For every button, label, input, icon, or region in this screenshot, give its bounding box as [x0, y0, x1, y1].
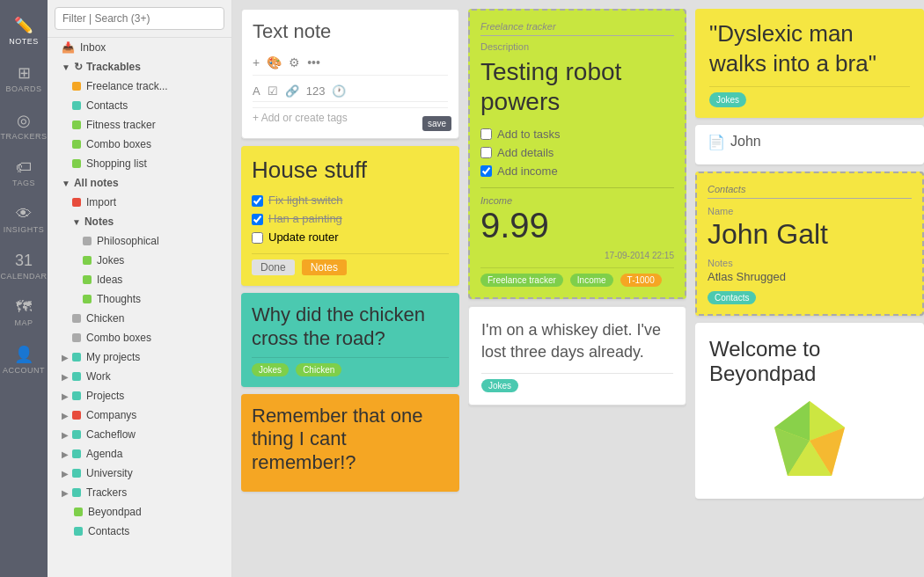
text-note-toolbar: + 🎨 ⚙ •••	[253, 50, 448, 76]
nav-calendar[interactable]: 31 CALENDAR	[0, 243, 48, 289]
house-note-footer: Done Notes	[252, 253, 449, 275]
column-2: Freelance tracker Description Testing ro…	[468, 9, 686, 568]
more-icon[interactable]: •••	[307, 55, 320, 69]
trackers-icon: ◎	[17, 111, 31, 130]
sidebar-item-companys[interactable]: ▶ Companys	[48, 405, 231, 425]
sidebar-item-ideas[interactable]: Ideas	[48, 270, 231, 289]
sidebar-item-trackers[interactable]: ▶ Trackers	[48, 483, 231, 502]
sidebar-item-combo-boxes-2[interactable]: Combo boxes	[48, 328, 231, 347]
sidebar-group-trackables[interactable]: ▼ ↻ Trackables	[48, 57, 231, 77]
welcome-card: Welcome to Beyondpad	[695, 323, 924, 499]
chicken-footer: Jokes Chicken	[252, 357, 449, 376]
task-update-router: Update router	[252, 228, 449, 246]
tag-input[interactable]: + Add or create tags	[253, 107, 448, 128]
search-input[interactable]	[55, 7, 224, 30]
color-bullet	[72, 159, 81, 168]
tag-t1000[interactable]: T-1000	[620, 274, 662, 287]
tag-income[interactable]: Income	[570, 274, 613, 287]
tag-contacts[interactable]: Contacts	[708, 291, 756, 304]
palette-icon[interactable]: 🎨	[267, 55, 282, 69]
save-button[interactable]: save	[422, 116, 451, 131]
gear-icon[interactable]: ⚙	[289, 55, 300, 69]
tag-chicken[interactable]: Chicken	[296, 363, 341, 376]
color-bullet	[72, 430, 81, 439]
task-add-tasks: Add to tasks	[480, 125, 674, 143]
sidebar-item-freelance-tracker[interactable]: Freelance track...	[48, 77, 231, 96]
sidebar-item-contacts[interactable]: Contacts	[48, 96, 231, 115]
calendar-icon: 31	[15, 252, 33, 270]
freelance-title: Testing robot powers	[480, 57, 674, 116]
freelance-desc: Description	[480, 41, 674, 52]
sidebar-item-my-projects[interactable]: ▶ My projects	[48, 347, 231, 367]
notes-area: Text note + 🎨 ⚙ ••• A ☑ 🔗 123 🕐 + Add or…	[232, 0, 924, 577]
sidebar-group-all-notes[interactable]: ▼ All notes	[48, 173, 231, 193]
map-icon: 🗺	[16, 298, 32, 317]
tag-jokes[interactable]: Jokes	[252, 363, 289, 376]
sidebar-item-fitness-tracker[interactable]: Fitness tracker	[48, 115, 231, 135]
nav-tags[interactable]: 🏷 TAGS	[0, 150, 48, 196]
sidebar-item-university[interactable]: ▶ University	[48, 464, 231, 483]
chevron-down-icon: ▼	[62, 62, 70, 72]
check-icon[interactable]: ☑	[268, 84, 278, 98]
sidebar-item-projects[interactable]: ▶ Projects	[48, 386, 231, 405]
contacts-card: Contacts Name John Galt Notes Atlas Shru…	[695, 172, 924, 316]
arrow-icon: ▶	[62, 391, 69, 401]
done-button[interactable]: Done	[252, 259, 295, 275]
chevron-down-icon-2: ▼	[62, 179, 70, 188]
sidebar-item-philosophical[interactable]: Philosophical	[48, 231, 231, 251]
nav-map[interactable]: 🗺 MAP	[0, 289, 48, 336]
sidebar-item-combo-boxes[interactable]: Combo boxes	[48, 135, 231, 154]
sidebar-item-thoughts[interactable]: Thoughts	[48, 289, 231, 309]
sidebar-item-beyondpad[interactable]: Beyondpad	[48, 502, 231, 522]
plus-icon[interactable]: +	[253, 55, 260, 69]
tags-icon: 🏷	[16, 158, 32, 177]
color-bullet	[72, 333, 81, 342]
sidebar-item-chicken[interactable]: Chicken	[48, 309, 231, 328]
chicken-card: Why did the chicken cross the road? Joke…	[241, 293, 459, 387]
color-bullet	[72, 353, 81, 362]
sidebar-item-contacts-2[interactable]: Contacts	[48, 522, 231, 541]
sidebar-group-notes[interactable]: ▼ Notes	[48, 212, 231, 231]
sidebar-item-jokes[interactable]: Jokes	[48, 251, 231, 270]
tag-jokes-3[interactable]: Jokes	[709, 92, 746, 107]
arrow-icon: ▶	[62, 372, 69, 382]
tag-jokes-2[interactable]: Jokes	[481, 379, 518, 392]
sidebar-item-work[interactable]: ▶ Work	[48, 367, 231, 386]
house-stuff-title: House stuff	[252, 157, 449, 184]
sidebar-item-cacheflow[interactable]: ▶ Cacheflow	[48, 425, 231, 444]
color-bullet	[72, 198, 81, 207]
sidebar-item-shopping-list[interactable]: Shopping list	[48, 154, 231, 173]
link-icon[interactable]: 🔗	[285, 84, 299, 98]
column-1: Text note + 🎨 ⚙ ••• A ☑ 🔗 123 🕐 + Add or…	[241, 9, 459, 568]
document-icon: 📄	[708, 134, 725, 150]
tag-freelance[interactable]: Freelance tracker	[480, 274, 563, 287]
nav-boards[interactable]: ⊞ BOARDS	[0, 55, 48, 102]
notes-icon: ✏️	[14, 16, 33, 35]
nav-trackers[interactable]: ◎ TRACKERS	[0, 102, 48, 150]
trackables-icon: ↻	[74, 61, 83, 73]
income-label: Income	[480, 195, 674, 206]
clock-icon[interactable]: 🕐	[332, 84, 346, 98]
color-bullet	[72, 449, 81, 458]
color-bullet	[72, 314, 81, 323]
freelance-card: Freelance tracker Description Testing ro…	[468, 9, 686, 299]
sidebar-item-inbox[interactable]: 📥 Inbox	[48, 38, 231, 57]
number-icon[interactable]: 123	[306, 84, 326, 98]
color-bullet	[74, 508, 83, 516]
arrow-icon: ▶	[62, 469, 69, 478]
color-bullet	[72, 121, 81, 129]
format-text-icon[interactable]: A	[253, 84, 260, 98]
freelance-label: Freelance tracker	[480, 21, 674, 36]
color-bullet	[72, 469, 81, 478]
notes-button[interactable]: Notes	[302, 259, 347, 275]
account-icon: 👤	[14, 345, 33, 364]
text-note-title: Text note	[253, 20, 448, 43]
nav-account[interactable]: 👤 ACCOUNT	[0, 336, 48, 383]
sidebar-item-import[interactable]: Import	[48, 193, 231, 212]
nav-notes[interactable]: ✏️ NOTES	[0, 7, 48, 55]
sidebar-item-agenda[interactable]: ▶ Agenda	[48, 444, 231, 464]
color-bullet	[72, 82, 81, 91]
nav-insights[interactable]: 👁 INSIGHTS	[0, 196, 48, 243]
income-value: 9.99	[480, 206, 674, 245]
arrow-icon: ▶	[62, 353, 69, 362]
